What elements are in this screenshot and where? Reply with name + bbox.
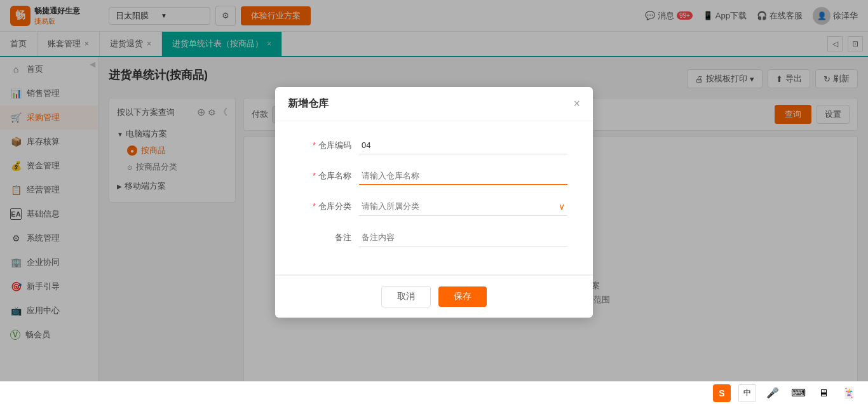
note-label: 备注 <box>301 232 351 243</box>
warehouse-category-row: 仓库分类 ∨ <box>301 198 567 216</box>
keyboard-icon[interactable]: ⌨ <box>789 384 807 402</box>
dialog-footer: 取消 保存 <box>275 275 593 318</box>
warehouse-code-row: 仓库编码 <box>301 137 567 154</box>
monitor-icon[interactable]: 🖥 <box>815 384 832 402</box>
microphone-icon[interactable]: 🎤 <box>764 384 782 402</box>
dialog-header: 新增仓库 × <box>275 87 593 121</box>
dialog-new-warehouse: 新增仓库 × 仓库编码 仓库名称 仓库分类 ∨ <box>275 87 593 318</box>
name-input[interactable] <box>359 167 567 185</box>
warehouse-note-row: 备注 <box>301 229 567 246</box>
category-input[interactable] <box>362 201 559 211</box>
dialog-close-button[interactable]: × <box>573 98 580 109</box>
modal-overlay: 新增仓库 × 仓库编码 仓库名称 仓库分类 ∨ <box>0 0 868 404</box>
code-input[interactable] <box>359 137 567 154</box>
cancel-button[interactable]: 取消 <box>381 286 431 307</box>
bottom-bar: S 中 🎤 ⌨ 🖥 🃏 <box>0 381 868 404</box>
category-select-wrap: ∨ <box>359 198 567 216</box>
dialog-body: 仓库编码 仓库名称 仓库分类 ∨ 备注 <box>275 121 593 274</box>
dialog-title: 新增仓库 <box>288 97 329 111</box>
category-chevron-icon: ∨ <box>559 201 565 212</box>
warehouse-name-row: 仓库名称 <box>301 167 567 185</box>
code-label: 仓库编码 <box>301 140 351 151</box>
save-button[interactable]: 保存 <box>438 286 487 307</box>
name-label: 仓库名称 <box>301 170 351 182</box>
chinese-input-icon[interactable]: 中 <box>738 384 756 402</box>
note-input[interactable] <box>359 229 567 246</box>
s-logo-icon: S <box>713 384 731 402</box>
card-icon[interactable]: 🃏 <box>840 384 858 402</box>
category-label: 仓库分类 <box>301 201 351 212</box>
